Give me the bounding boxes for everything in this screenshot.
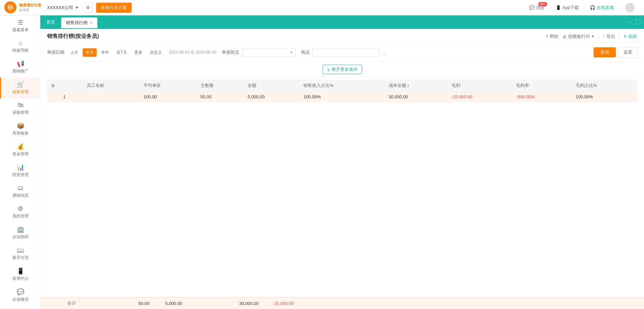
sidebar-item-search[interactable]: ☰ 搜索菜单 [0,15,40,36]
divider [550,5,550,10]
table-footer: 合计 50.00 5,000.00 30,000.00 -25,000.00 [40,297,644,309]
col-index [59,80,83,92]
refresh-icon: ↻ [624,34,627,39]
sidebar-item-label: 应用中心 [12,276,29,281]
export-button[interactable]: ↑ 导出 [603,34,615,40]
print-icon: 🖨 [562,34,567,39]
expand-more-button[interactable]: ∨ 展开更多条件 [323,65,362,74]
export-icon: ↑ [603,34,605,39]
table-row: 1 100.00 50.00 5,000.00 100.00% 30,000.0… [47,92,637,102]
sidebar-item-basics[interactable]: 🗂 基础信息 [0,181,40,202]
more-options-button[interactable]: ... [382,50,386,55]
date-tab-more[interactable]: 更多 [131,48,145,57]
sidebar-item-label: 搜索菜单 [12,27,29,33]
sidebar-item-quick-nav[interactable]: ⌂ 快捷导航 [0,36,40,57]
divider [619,5,620,10]
sidebar-item-label: 库存核算 [12,131,29,136]
col-gross: 毛利 [447,80,512,92]
row-gross-pct: 100.00% [572,92,637,102]
sidebar-item-label: 营销推广 [12,68,29,74]
goods-input[interactable] [312,48,380,57]
footer-total-label: 合计 [67,300,108,306]
sidebar-item-guide[interactable]: 📖 新手引导 [0,243,40,264]
row-sales-pct: 100.00% [299,92,384,102]
app-logo-sub: 标准版 [19,8,41,12]
sidebar-item-system[interactable]: ⚙ 系统管理 [0,202,40,222]
app-logo-text: 畅康通好生意 [19,3,41,8]
sidebar-item-label: 企业微信 [12,297,29,302]
filter-setting-button[interactable]: 设置 [618,47,637,58]
sidebar-item-finance[interactable]: 💰 资金管理 [0,140,40,160]
sidebar-item-wechat[interactable]: 💬 企业微信 [0,285,40,306]
avatar[interactable] [625,3,635,12]
table-settings-col[interactable]: ⚙ [47,80,59,92]
sidebar-item-sales[interactable]: 🛒 销售管理 [0,78,40,98]
row-index: 1 [59,92,83,102]
date-filter: 单据日期 上月 本月 本年 近7天 更多 自定义 [47,48,165,57]
cost-info-icon[interactable]: ℹ [407,84,409,88]
enterprise-icon: 🏢 [17,226,24,233]
row-settings [47,92,59,102]
sidebar-item-member[interactable]: V 畅会员 [0,306,40,309]
row-avg-price: 100.00 [139,92,196,102]
trial-industry-button[interactable]: 体验行业方案 [96,3,132,13]
date-tab-7-days[interactable]: 近7天 [114,48,130,57]
col-cost: 成本全额 ℹ [385,80,447,92]
footer-amount: 5,000.00 [161,301,195,306]
date-filter-label: 单据日期 [47,49,65,55]
col-sales-pct: 销售收入占比% [299,80,384,92]
sidebar-item-label: 系统管理 [12,213,29,219]
help-link[interactable]: ? 帮助 [546,34,558,40]
finance-icon: 💰 [17,143,24,150]
tab-close-button[interactable]: × [90,20,93,25]
message-button[interactable]: 💬 消息 99+ [529,5,545,11]
col-amount: 全额 [244,80,299,92]
sidebar-item-operations[interactable]: 📊 经营管理 [0,160,40,181]
col-name: 员工名称 [83,80,139,92]
operations-icon: 📊 [17,164,24,171]
chevron-down-icon: ▼ [591,35,595,38]
query-button[interactable]: 查询 [594,47,616,57]
date-tab-last-month[interactable]: 上月 [67,48,81,57]
system-icon: ⚙ [18,205,23,212]
sidebar-item-marketing[interactable]: 📢 营销推广 [0,57,40,78]
app-logo-icon: 畅 [4,1,16,13]
footer-gross: -25,000.00 [269,301,302,306]
sidebar-item-purchase[interactable]: 🛍 采购管理 [0,98,40,119]
sidebar-item-inventory[interactable]: 📦 库存核算 [0,119,40,140]
basics-icon: 🗂 [17,185,24,192]
date-range-display: 2023-06-01 至 2023-06-30 [169,50,216,55]
sidebar-item-label: 采购管理 [12,110,29,115]
settings-gear-button[interactable]: ⚙ [83,3,93,12]
template-print-button[interactable]: 🖨 按模板打印 ▼ [562,34,595,40]
date-tab-this-month[interactable]: 本月 [83,48,97,57]
tab-maximize-button[interactable]: ⛶ [635,19,641,25]
date-tab-custom[interactable]: 自定义 [147,48,165,57]
app-download-button[interactable]: 📱 App下载 [556,5,579,11]
sidebar-item-label: 资金管理 [12,151,29,157]
row-cost: 30,000.00 [385,92,447,102]
row-qty: 50.00 [197,92,244,102]
sidebar-item-label: 经营管理 [12,172,29,178]
headset-icon: 🎧 [590,5,595,10]
tab-sales-ranking[interactable]: 销售排行榜 × [61,17,97,28]
sales-icon: 🛒 [17,81,24,88]
sidebar-item-app-center[interactable]: 📱 应用中心 [0,264,40,285]
tab-home[interactable]: 首页 [40,15,61,29]
sidebar-item-enterprise[interactable]: 🏢 企业协同 [0,222,40,243]
divider [584,5,585,10]
tab-minimize-button[interactable]: － [627,19,632,26]
goods-filter-label: 商品 [301,49,310,55]
online-service-button[interactable]: 🎧 在线客服 [590,5,614,11]
refresh-button[interactable]: ↻ 刷新 [624,34,637,40]
app-center-icon: 📱 [17,267,24,275]
search-menu-icon: ☰ [18,19,23,26]
date-tab-this-year[interactable]: 本年 [98,48,112,57]
wechat-icon: 💬 [17,288,24,296]
home-icon: ⌂ [19,40,23,47]
status-select[interactable] [242,48,296,57]
guide-icon: 📖 [17,247,24,254]
company-selector[interactable]: XXXXXX公司 ▼ [44,3,81,12]
row-gross: -25,000.00 [447,92,512,102]
app-download-icon: 📱 [556,5,561,10]
